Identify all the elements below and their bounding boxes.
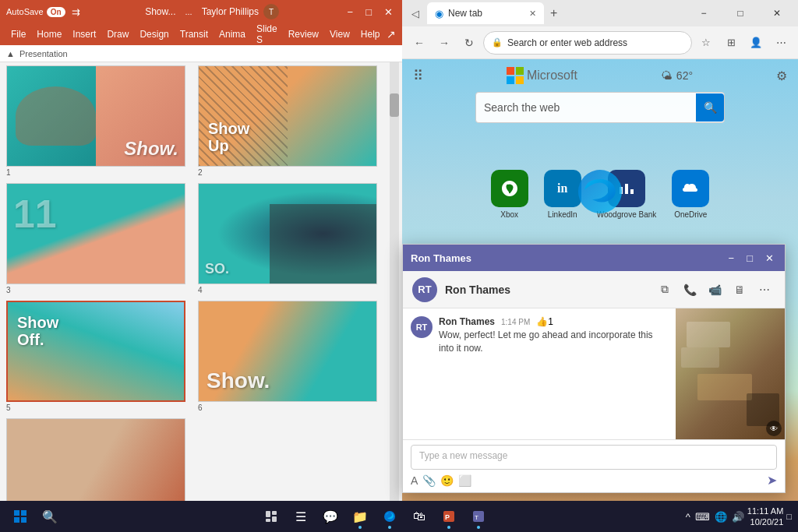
taskview-button[interactable] bbox=[257, 502, 285, 530]
teams-message-input[interactable]: Type a new message bbox=[411, 445, 777, 470]
settings-gear-icon[interactable]: ⚙ bbox=[776, 69, 787, 83]
teams-send-button[interactable]: ➤ bbox=[767, 473, 777, 488]
favorites-icon[interactable]: ☆ bbox=[695, 32, 717, 54]
close-button[interactable]: ✕ bbox=[381, 6, 396, 18]
slide3-text: 11 bbox=[13, 192, 57, 237]
slide-img-3[interactable]: 11 bbox=[6, 183, 185, 284]
edge-logo-icon bbox=[577, 168, 623, 215]
teams-close-button[interactable]: ✕ bbox=[762, 252, 777, 264]
teams-chat-button[interactable]: 💬 bbox=[316, 502, 344, 530]
search-box[interactable]: Search the web 🔍 bbox=[475, 92, 725, 123]
slide-thumb-2[interactable]: ShowUp 2 bbox=[198, 65, 383, 177]
chevron-up-icon[interactable]: ^ bbox=[686, 511, 690, 523]
more-icon[interactable]: ⋯ bbox=[770, 32, 792, 54]
onedrive-icon bbox=[672, 170, 709, 207]
restore-button[interactable]: □ bbox=[362, 6, 375, 18]
teams-messages-area: RT Ron Thames 1:14 PM 👍1 Wow, perfect! L… bbox=[403, 308, 785, 439]
taskbar-date-display: 10/20/21 bbox=[747, 516, 783, 527]
teams-copy-button[interactable]: ⧉ bbox=[654, 279, 676, 301]
refresh-button[interactable]: ↻ bbox=[458, 32, 480, 54]
autosave-toggle[interactable]: On bbox=[47, 7, 65, 17]
menu-view[interactable]: View bbox=[325, 27, 355, 41]
address-bar-text[interactable]: Search or enter web address bbox=[507, 37, 683, 48]
slide-img-6[interactable]: Show. bbox=[198, 301, 377, 402]
teams-emoji-button[interactable]: 🙂 bbox=[440, 474, 454, 487]
teams-restore-button[interactable]: □ bbox=[743, 252, 756, 264]
edge-tab-close[interactable]: ✕ bbox=[529, 9, 536, 19]
teams-window-title: Ron Thames bbox=[411, 252, 719, 264]
slide-img-4[interactable]: SO. bbox=[198, 183, 377, 284]
ppt-taskbar-button[interactable]: P bbox=[435, 502, 463, 530]
teams-more-button[interactable]: ⋯ bbox=[754, 279, 775, 301]
teams-screen-button[interactable]: 🖥 bbox=[729, 279, 750, 301]
menu-help[interactable]: Help bbox=[356, 27, 385, 41]
teams-format-button[interactable]: A bbox=[411, 474, 418, 487]
address-bar[interactable]: 🔒 Search or enter web address bbox=[483, 31, 692, 55]
slide-thumb-3[interactable]: 11 3 bbox=[6, 183, 192, 294]
edge-restore-button[interactable]: □ bbox=[722, 0, 758, 26]
menu-design[interactable]: Design bbox=[135, 27, 173, 41]
teams-call-button[interactable]: 📞 bbox=[679, 279, 701, 301]
forward-button[interactable]: → bbox=[433, 32, 455, 54]
ribbon-expand[interactable]: ... bbox=[185, 7, 192, 16]
menu-transit[interactable]: Transit bbox=[175, 27, 213, 41]
slide5-text: ShowOff. bbox=[17, 314, 58, 348]
minimize-button[interactable]: − bbox=[344, 6, 357, 18]
share-icon[interactable]: ↗ bbox=[387, 28, 396, 41]
teams-minimize-button[interactable]: − bbox=[726, 252, 738, 264]
new-tab-button[interactable]: + bbox=[546, 6, 562, 20]
profile-icon[interactable]: 👤 bbox=[745, 32, 767, 54]
ppt-titlebar: AutoSave On ⇉ Show... ... Taylor Phillip… bbox=[0, 0, 402, 23]
explorer-button[interactable]: 📁 bbox=[346, 502, 374, 530]
slide-img-2[interactable]: ShowUp bbox=[198, 65, 377, 167]
slide1-text: Show. bbox=[124, 138, 178, 160]
ppt-taskbar-icon: P bbox=[443, 510, 455, 523]
edge-tab-newtab[interactable]: ◉ New tab ✕ bbox=[427, 2, 544, 24]
expand-icon[interactable]: ⇉ bbox=[72, 6, 80, 18]
slide-thumb-4[interactable]: SO. 4 bbox=[198, 183, 383, 294]
teams-image-expand-icon[interactable]: 👁 bbox=[766, 421, 782, 436]
edge-close-button[interactable]: ✕ bbox=[759, 0, 795, 26]
slide-thumb-5[interactable]: ShowOff. 5 bbox=[6, 301, 192, 412]
start-button[interactable] bbox=[6, 502, 34, 530]
quick-link-xbox[interactable]: Xbox bbox=[491, 170, 528, 219]
keyboard-icon[interactable]: ⌨ bbox=[695, 511, 710, 523]
teams-taskbar-button[interactable]: T bbox=[464, 502, 493, 530]
widgets-button[interactable]: ☰ bbox=[287, 502, 315, 530]
slide-thumb-6[interactable]: Show. 6 bbox=[198, 301, 383, 412]
search-button[interactable]: 🔍 bbox=[696, 93, 724, 122]
store-button[interactable]: 🛍 bbox=[405, 502, 433, 530]
teams-attach-button[interactable]: 📎 bbox=[422, 474, 436, 487]
menu-insert[interactable]: Insert bbox=[68, 27, 101, 41]
quick-link-onedrive[interactable]: OneDrive bbox=[672, 170, 709, 219]
teams-gif-button[interactable]: ⬜ bbox=[458, 474, 471, 487]
ppt-content: Show. 1 ShowUp 2 11 3 bbox=[0, 62, 402, 515]
network-icon[interactable]: 🌐 bbox=[715, 511, 727, 523]
volume-icon[interactable]: 🔊 bbox=[732, 511, 744, 523]
quick-link-linkedin[interactable]: in LinkedIn bbox=[544, 170, 581, 219]
taskbar-datetime[interactable]: 11:11 AM 10/20/21 bbox=[747, 506, 783, 528]
slide-thumb-1[interactable]: Show. 1 bbox=[6, 65, 192, 177]
menu-anima[interactable]: Anima bbox=[214, 27, 250, 41]
notification-icon[interactable]: □ bbox=[786, 512, 792, 521]
edge-taskbar-button[interactable] bbox=[376, 502, 404, 530]
back-button[interactable]: ← bbox=[408, 32, 430, 54]
menu-review[interactable]: Review bbox=[284, 27, 323, 41]
svg-rect-3 bbox=[630, 189, 634, 194]
menu-slides[interactable]: Slide S bbox=[252, 22, 282, 47]
teams-video-button[interactable]: 📹 bbox=[704, 279, 726, 301]
edge-minimize-button[interactable]: − bbox=[686, 0, 722, 26]
collections-icon[interactable]: ⊞ bbox=[720, 32, 742, 54]
svg-rect-8 bbox=[266, 511, 270, 517]
menu-home[interactable]: Home bbox=[32, 27, 66, 41]
slide-number-5: 5 bbox=[6, 403, 192, 412]
slide-img-5[interactable]: ShowOff. bbox=[6, 301, 185, 402]
search-taskbar-button[interactable]: 🔍 bbox=[36, 502, 64, 530]
ms-apps-icon[interactable]: ⠿ bbox=[413, 67, 423, 84]
menu-file[interactable]: File bbox=[6, 27, 30, 41]
slide-img-1[interactable]: Show. bbox=[6, 65, 185, 167]
menu-draw[interactable]: Draw bbox=[102, 27, 133, 41]
linkedin-label: LinkedIn bbox=[548, 210, 577, 219]
edge-back-nav[interactable]: ◁ bbox=[411, 8, 419, 19]
slide-scrollbar[interactable] bbox=[390, 62, 399, 515]
